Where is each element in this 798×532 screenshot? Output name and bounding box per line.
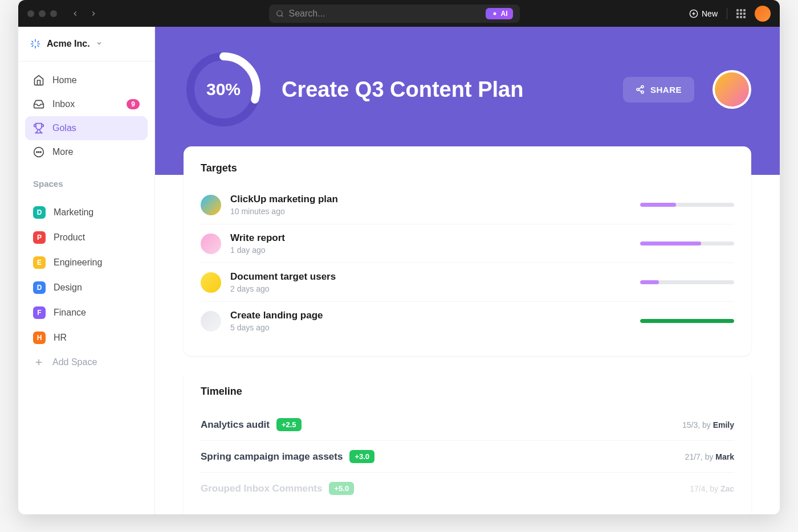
spaces-list: DMarketingPProductEEngineeringDDesignFFi… bbox=[18, 193, 154, 381]
progress-ring: 30% bbox=[184, 50, 263, 129]
space-icon: E bbox=[33, 256, 46, 269]
plus-circle-icon bbox=[689, 9, 698, 18]
nav-home[interactable]: Home bbox=[25, 68, 148, 92]
space-icon: D bbox=[33, 281, 46, 294]
target-name: ClickUp marketing plan bbox=[230, 194, 631, 205]
space-icon: P bbox=[33, 231, 46, 244]
space-item-design[interactable]: DDesign bbox=[25, 275, 148, 300]
targets-card: Targets ClickUp marketing plan10 minutes… bbox=[184, 146, 751, 356]
titlebar: Search... AI New bbox=[18, 0, 780, 27]
sparkle-icon bbox=[491, 10, 498, 17]
timeline-item[interactable]: Analytics audit+2.515/3, by Emily bbox=[201, 409, 734, 441]
space-item-engineering[interactable]: EEngineering bbox=[25, 250, 148, 275]
main-content: 30% Create Q3 Content Plan SHARE Targets… bbox=[155, 27, 780, 514]
workspace-switcher[interactable]: Acme Inc. bbox=[18, 27, 154, 62]
page-title: Create Q3 Content Plan bbox=[282, 77, 605, 102]
assignee-avatar bbox=[201, 195, 221, 215]
assignee-avatar bbox=[201, 272, 221, 293]
search-icon bbox=[276, 10, 284, 18]
target-item[interactable]: ClickUp marketing plan10 minutes ago bbox=[201, 186, 734, 224]
new-button[interactable]: New bbox=[689, 9, 718, 18]
forward-button[interactable] bbox=[87, 7, 100, 21]
svg-rect-9 bbox=[37, 43, 40, 44]
timeline-name: Grouped Inbox Comments bbox=[201, 483, 322, 494]
timeline-card: Timeline Analytics audit+2.515/3, by Emi… bbox=[184, 370, 751, 514]
svg-rect-13 bbox=[37, 40, 39, 43]
space-icon: F bbox=[33, 306, 46, 319]
share-icon bbox=[636, 85, 645, 94]
timeline-meta: 15/3, by Emily bbox=[682, 420, 734, 429]
progress-bar bbox=[640, 242, 734, 245]
timeline-item[interactable]: Grouped Inbox Comments+5.017/4, by Zac bbox=[201, 473, 734, 504]
svg-line-26 bbox=[639, 87, 642, 89]
svg-rect-8 bbox=[31, 43, 34, 44]
target-item[interactable]: Create landing page5 days ago bbox=[201, 302, 734, 340]
target-name: Write report bbox=[230, 232, 631, 244]
owner-avatar[interactable] bbox=[712, 70, 751, 109]
sidebar: Acme Inc. Home Inbox 9 Golas bbox=[18, 27, 155, 514]
target-name: Create landing page bbox=[230, 310, 631, 321]
assignee-avatar bbox=[201, 234, 221, 254]
inbox-icon bbox=[33, 99, 44, 110]
svg-point-0 bbox=[277, 10, 282, 15]
add-space-button[interactable]: Add Space bbox=[25, 350, 148, 374]
timeline-name: Spring campaign image assets bbox=[201, 451, 343, 463]
svg-rect-12 bbox=[31, 45, 34, 47]
svg-rect-7 bbox=[35, 46, 36, 48]
timeline-meta: 17/4, by Zac bbox=[690, 484, 734, 493]
timeline-meta: 21/7, by Mark bbox=[685, 452, 734, 461]
svg-point-16 bbox=[38, 152, 39, 153]
space-item-hr[interactable]: HHR bbox=[25, 325, 148, 350]
svg-rect-11 bbox=[37, 45, 39, 47]
ai-badge[interactable]: AI bbox=[486, 8, 513, 19]
target-time: 1 day ago bbox=[230, 245, 631, 255]
share-button[interactable]: SHARE bbox=[623, 77, 694, 103]
more-icon bbox=[33, 146, 44, 158]
svg-rect-10 bbox=[31, 40, 34, 43]
target-time: 10 minutes ago bbox=[230, 207, 631, 216]
target-item[interactable]: Document target users2 days ago bbox=[201, 263, 734, 302]
svg-line-1 bbox=[282, 15, 283, 17]
trophy-icon bbox=[33, 122, 44, 134]
svg-point-2 bbox=[494, 12, 496, 15]
progress-bar bbox=[640, 280, 734, 284]
progress-value: 30% bbox=[206, 80, 241, 99]
home-icon bbox=[33, 75, 44, 86]
target-time: 2 days ago bbox=[230, 284, 631, 293]
search-input[interactable]: Search... AI bbox=[269, 5, 520, 23]
score-badge: +2.5 bbox=[276, 418, 302, 431]
assignee-avatar bbox=[201, 311, 221, 332]
score-badge: +5.0 bbox=[329, 482, 354, 495]
svg-point-15 bbox=[36, 152, 38, 153]
space-icon: H bbox=[33, 332, 46, 344]
apps-icon[interactable] bbox=[736, 9, 746, 18]
spaces-heading: Spaces bbox=[18, 171, 154, 193]
target-item[interactable]: Write report1 day ago bbox=[201, 224, 734, 263]
target-name: Document target users bbox=[230, 271, 631, 283]
timeline-name: Analytics audit bbox=[201, 419, 270, 431]
svg-point-22 bbox=[641, 85, 644, 88]
space-item-finance[interactable]: FFinance bbox=[25, 300, 148, 325]
score-badge: +3.0 bbox=[349, 450, 374, 463]
svg-point-17 bbox=[40, 152, 42, 153]
nav-goals[interactable]: Golas bbox=[25, 116, 148, 140]
svg-point-23 bbox=[637, 88, 639, 91]
space-icon: D bbox=[33, 206, 46, 219]
workspace-icon bbox=[30, 38, 41, 50]
targets-heading: Targets bbox=[201, 162, 734, 174]
space-item-product[interactable]: PProduct bbox=[25, 225, 148, 250]
back-button[interactable] bbox=[68, 7, 82, 21]
target-time: 5 days ago bbox=[230, 323, 631, 332]
timeline-item[interactable]: Spring campaign image assets+3.021/7, by… bbox=[201, 441, 734, 473]
search-placeholder: Search... bbox=[288, 9, 325, 19]
user-avatar[interactable] bbox=[755, 6, 771, 22]
nav-inbox[interactable]: Inbox 9 bbox=[25, 92, 148, 116]
workspace-name: Acme Inc. bbox=[47, 39, 90, 49]
inbox-badge: 9 bbox=[127, 99, 140, 109]
nav-more[interactable]: More bbox=[25, 140, 148, 164]
plus-icon bbox=[33, 357, 44, 368]
space-item-marketing[interactable]: DMarketing bbox=[25, 200, 148, 225]
window-controls[interactable] bbox=[27, 10, 57, 17]
timeline-heading: Timeline bbox=[201, 386, 734, 398]
svg-line-25 bbox=[639, 90, 642, 92]
